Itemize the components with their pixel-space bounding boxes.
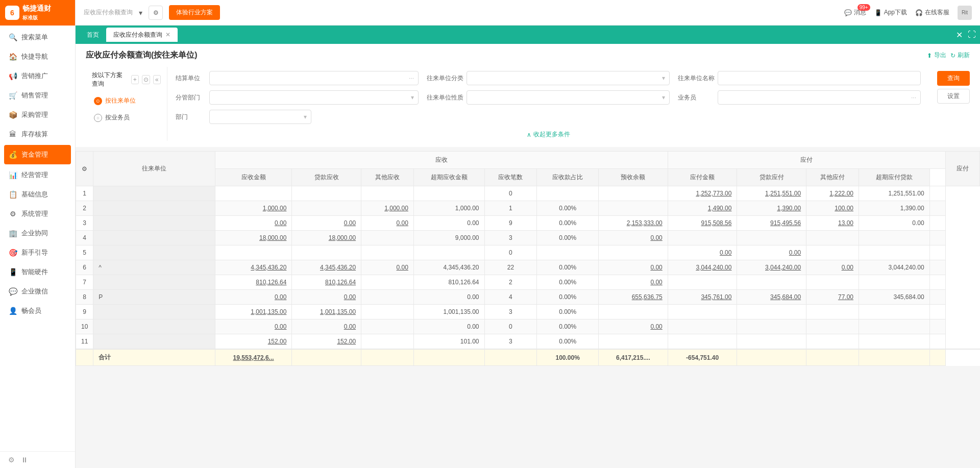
table-cell[interactable]: 18,000.00 — [292, 231, 361, 245]
table-cell[interactable]: 1,001,135.00 — [292, 305, 361, 319]
user-avatar[interactable]: Rit — [958, 6, 972, 20]
table-cell[interactable]: 0.00 — [668, 245, 737, 260]
dept-select[interactable]: ▾ — [209, 110, 311, 124]
table-cell[interactable]: 77.00 — [806, 290, 859, 305]
sidebar-item-purchase[interactable]: 📦 采购管理 — [0, 105, 75, 125]
collapse-scheme-btn[interactable]: « — [153, 75, 161, 84]
table-cell[interactable]: 0.00 — [599, 275, 668, 290]
collapse-btn[interactable]: ∧ 收起更多条件 — [176, 128, 921, 141]
settings-column-header[interactable]: ⚙ — [76, 152, 93, 186]
sidebar-label-search: 搜索菜单 — [21, 33, 48, 42]
sidebar-item-guide[interactable]: 🎯 新手引导 — [0, 243, 75, 262]
table-cell[interactable]: 3,044,240.00 — [737, 260, 806, 275]
refresh-btn[interactable]: ↻ 刷新 — [950, 51, 970, 60]
table-cell[interactable]: 810,126.64 — [215, 275, 292, 290]
promo-button[interactable]: 体验行业方案 — [169, 5, 220, 20]
table-cell[interactable]: 1,000.00 — [361, 201, 414, 216]
table-cell[interactable]: 4,345,436.20 — [215, 260, 292, 275]
table-cell[interactable]: 0.00 — [292, 290, 361, 305]
table-cell[interactable]: 2,153,333.00 — [599, 216, 668, 231]
settings-button[interactable]: 设置 — [937, 89, 970, 104]
add-scheme-btn[interactable]: + — [131, 75, 139, 84]
sidebar-item-marketing[interactable]: 📢 营销推广 — [0, 66, 75, 86]
sidebar-item-operation[interactable]: 📊 经营管理 — [0, 165, 75, 185]
tab-close-all-icon[interactable]: ✕ — [956, 30, 963, 40]
corp-icon: 🏢 — [8, 229, 17, 238]
table-cell[interactable]: 1,251,551.00 — [737, 186, 806, 201]
sidebar-item-system[interactable]: ⚙ 系统管理 — [0, 204, 75, 224]
table-cell[interactable]: 152.00 — [292, 334, 361, 350]
sidebar-item-quicknav[interactable]: 🏠 快捷导航 — [0, 47, 75, 66]
message-btn[interactable]: 💬 消息 99+ — [844, 8, 866, 17]
table-cell[interactable]: 1,222.00 — [806, 186, 859, 201]
table-cell[interactable]: 1,390.00 — [737, 201, 806, 216]
online-service-btn[interactable]: 🎧 在线客服 — [915, 8, 949, 17]
table-cell[interactable]: 0.00 — [361, 216, 414, 231]
table-cell[interactable]: 0.00 — [215, 290, 292, 305]
header-settings-btn[interactable]: ⚙ — [149, 6, 163, 20]
sidebar-item-basic[interactable]: 📋 基础信息 — [0, 185, 75, 204]
table-cell[interactable]: 345,761.00 — [668, 290, 737, 305]
partner-name-input[interactable] — [718, 71, 921, 85]
sidebar-item-hardware[interactable]: 📱 智能硬件 — [0, 262, 75, 282]
table-cell[interactable]: 0.00 — [599, 260, 668, 275]
table-cell — [361, 319, 414, 334]
table-cell[interactable]: 0.00 — [737, 245, 806, 260]
breadcrumb-dropdown[interactable]: ▾ — [139, 9, 142, 17]
table-cell[interactable]: 0.00 — [292, 319, 361, 334]
table-cell[interactable]: 13.00 — [806, 216, 859, 231]
table-cell[interactable]: 655,636.75 — [599, 290, 668, 305]
query-button[interactable]: 查询 — [937, 71, 970, 86]
sidebar-item-wechat[interactable]: 💬 企业微信 — [0, 282, 75, 301]
settings-icon[interactable]: ⚙ — [8, 456, 15, 464]
table-cell[interactable]: 0.00 — [599, 319, 668, 334]
scheme-by-partner[interactable]: ⊙ 按往来单位 — [86, 92, 167, 109]
sidebar-item-search[interactable]: 🔍 搜索菜单 — [0, 28, 75, 47]
pause-icon[interactable]: ⏸ — [21, 456, 28, 464]
sidebar-item-member[interactable]: 👤 畅会员 — [0, 301, 75, 321]
table-cell[interactable]: 152.00 — [215, 334, 292, 350]
app-download-btn[interactable]: 📱 App下载 — [874, 8, 907, 17]
table-cell[interactable]: 1,000.00 — [215, 201, 292, 216]
table-cell[interactable]: 0.00 — [806, 260, 859, 275]
table-cell[interactable]: 1,490.00 — [668, 201, 737, 216]
scheme-by-salesperson[interactable]: ○ 按业务员 — [86, 109, 167, 126]
table-cell[interactable]: 0.00 — [292, 216, 361, 231]
tab-home[interactable]: 首页 — [80, 28, 106, 42]
settings-scheme-btn[interactable]: ⊙ — [142, 75, 150, 84]
division-dept-select[interactable]: ▾ — [209, 90, 419, 105]
tab-expand-icon[interactable]: ⛶ — [968, 30, 976, 39]
sidebar-item-sales[interactable]: 🛒 销售管理 — [0, 86, 75, 105]
table-cell[interactable]: 810,126.64 — [292, 275, 361, 290]
table-cell[interactable]: 4,345,436.20 — [292, 260, 361, 275]
table-cell: 4 — [76, 231, 93, 245]
table-cell[interactable]: 3,044,240.00 — [668, 260, 737, 275]
settlement-unit-input[interactable]: ··· — [209, 71, 419, 85]
table-cell — [668, 305, 737, 319]
sidebar-item-corp[interactable]: 🏢 企业协同 — [0, 224, 75, 243]
export-btn[interactable]: ⬆ 导出 — [927, 51, 946, 60]
table-cell — [93, 305, 215, 319]
table-cell[interactable]: 0.00 — [599, 231, 668, 245]
partner-category-select[interactable]: ▾ — [467, 71, 670, 85]
table-cell[interactable]: 18,000.00 — [215, 231, 292, 245]
partner-nature-select[interactable]: ▾ — [467, 90, 670, 105]
table-cell[interactable]: 1,001,135.00 — [215, 305, 292, 319]
tab-ar-ap[interactable]: 应收应付余额查询 ✕ — [106, 28, 178, 42]
table-cell[interactable]: 915,508.56 — [668, 216, 737, 231]
table-cell — [806, 319, 859, 334]
table-cell[interactable]: 0.00 — [361, 260, 414, 275]
footer-ar-amount[interactable]: 19,553,472,6... — [215, 349, 292, 366]
table-cell[interactable]: 0.00 — [215, 216, 292, 231]
sidebar-item-finance[interactable]: 💰 资金管理 — [4, 145, 71, 164]
sidebar-item-inventory[interactable]: 🏛 库存核算 — [0, 125, 75, 144]
table-cell[interactable]: 100.00 — [806, 201, 859, 216]
tab-close-icon[interactable]: ✕ — [165, 31, 170, 38]
table-cell[interactable]: 1,252,773.00 — [668, 186, 737, 201]
table-cell[interactable]: 345,684.00 — [737, 290, 806, 305]
table-cell[interactable]: 915,495.56 — [737, 216, 806, 231]
table-cell[interactable]: 0.00 — [215, 319, 292, 334]
table-cell: 22 — [484, 260, 537, 275]
salesperson-input[interactable]: ··· — [718, 90, 921, 105]
table-cell — [292, 245, 361, 260]
